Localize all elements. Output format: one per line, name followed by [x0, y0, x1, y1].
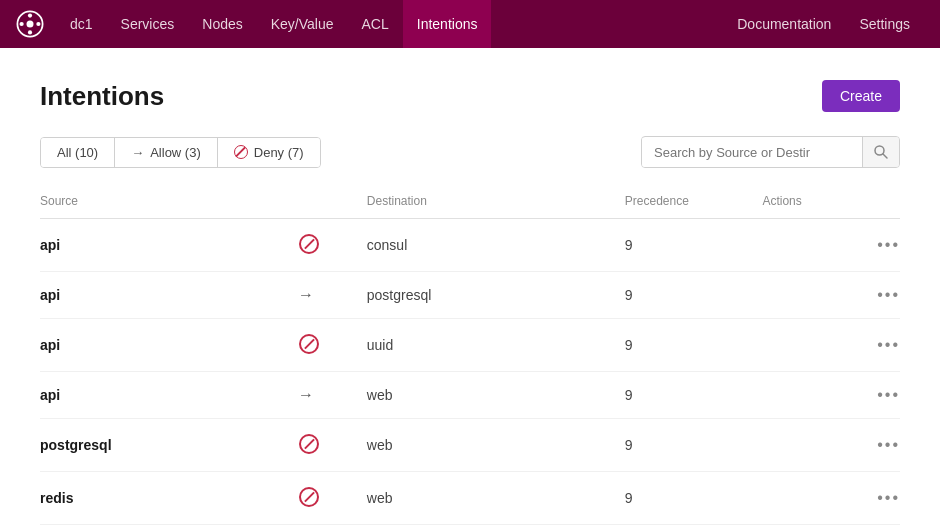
nav-nodes[interactable]: Nodes: [188, 0, 256, 48]
table-row: api→postgresql9•••: [40, 272, 900, 319]
destination-name-text: uuid: [367, 337, 393, 353]
cell-precedence: 9: [625, 319, 763, 372]
deny-filter-icon: [234, 145, 248, 159]
search-button[interactable]: [862, 137, 899, 167]
actions-menu-button[interactable]: •••: [877, 386, 900, 403]
filter-buttons: All (10) → Allow (3) Deny (7): [40, 137, 321, 168]
destination-name-text: postgresql: [367, 287, 432, 303]
filters-row: All (10) → Allow (3) Deny (7): [40, 136, 900, 168]
navbar-right: Documentation Settings: [723, 0, 924, 48]
cell-destination: api: [367, 525, 625, 529]
cell-precedence: 9: [625, 472, 763, 525]
cell-precedence: 9: [625, 219, 763, 272]
svg-point-4: [20, 22, 24, 26]
table-body: apiconsul9•••api→postgresql9•••apiuuid9•…: [40, 219, 900, 529]
col-header-actions: Actions: [762, 188, 900, 219]
nav-settings[interactable]: Settings: [845, 0, 924, 48]
page-header: Intentions Create: [40, 80, 900, 112]
cell-source: api: [40, 372, 298, 419]
filter-allow[interactable]: → Allow (3): [115, 138, 218, 167]
col-header-source: Source: [40, 188, 298, 219]
cell-destination: postgresql: [367, 272, 625, 319]
create-button[interactable]: Create: [822, 80, 900, 112]
consul-logo: [16, 10, 44, 38]
precedence-value: 9: [625, 337, 633, 353]
destination-name-text: consul: [367, 237, 407, 253]
cell-actions: •••: [762, 219, 900, 272]
filter-deny-label: Deny (7): [254, 145, 304, 160]
deny-icon: [298, 333, 320, 355]
nav-dc1[interactable]: dc1: [56, 0, 107, 48]
cell-source: api: [40, 319, 298, 372]
svg-point-1: [27, 21, 34, 28]
destination-name-text: web: [367, 387, 393, 403]
source-name-text: redis: [40, 490, 73, 506]
actions-menu-button[interactable]: •••: [877, 489, 900, 506]
cell-precedence: 9: [625, 272, 763, 319]
source-name-text: api: [40, 387, 60, 403]
cell-type-icon: [298, 472, 367, 525]
destination-name-text: web: [367, 437, 393, 453]
nav-acl[interactable]: ACL: [348, 0, 403, 48]
cell-precedence: 9: [625, 372, 763, 419]
cell-type-icon: →: [298, 272, 367, 319]
main-content: Intentions Create All (10) → Allow (3) D…: [0, 48, 940, 528]
cell-type-icon: [298, 219, 367, 272]
filter-deny[interactable]: Deny (7): [218, 138, 320, 167]
svg-line-7: [883, 154, 887, 158]
precedence-value: 9: [625, 237, 633, 253]
cell-actions: •••: [762, 472, 900, 525]
cell-source: postgresql: [40, 419, 298, 472]
filter-all[interactable]: All (10): [41, 138, 115, 167]
intentions-table: Source Destination Precedence Actions ap…: [40, 188, 900, 528]
table-row: postgresqlweb9•••: [40, 419, 900, 472]
table-row: web→api9•••: [40, 525, 900, 529]
destination-name-text: web: [367, 490, 393, 506]
actions-menu-button[interactable]: •••: [877, 286, 900, 303]
col-header-type: [298, 188, 367, 219]
nav-intentions[interactable]: Intentions: [403, 0, 492, 48]
nav-keyvalue[interactable]: Key/Value: [257, 0, 348, 48]
precedence-value: 9: [625, 437, 633, 453]
deny-icon: [298, 433, 320, 455]
cell-type-icon: [298, 319, 367, 372]
svg-point-5: [36, 22, 40, 26]
allow-icon: →: [298, 286, 314, 304]
source-name-text: api: [40, 337, 60, 353]
table-row: apiconsul9•••: [40, 219, 900, 272]
cell-actions: •••: [762, 419, 900, 472]
cell-actions: •••: [762, 319, 900, 372]
table-row: api→web9•••: [40, 372, 900, 419]
precedence-value: 9: [625, 287, 633, 303]
actions-menu-button[interactable]: •••: [877, 436, 900, 453]
cell-source: redis: [40, 472, 298, 525]
cell-destination: web: [367, 472, 625, 525]
source-name-text: api: [40, 237, 60, 253]
cell-precedence: 9: [625, 525, 763, 529]
table-row: redisweb9•••: [40, 472, 900, 525]
actions-menu-button[interactable]: •••: [877, 236, 900, 253]
cell-source: api: [40, 219, 298, 272]
search-area: [641, 136, 900, 168]
search-icon: [873, 144, 889, 160]
cell-actions: •••: [762, 272, 900, 319]
svg-point-3: [28, 30, 32, 34]
allow-arrow-icon: →: [131, 145, 144, 160]
cell-source: web: [40, 525, 298, 529]
search-input[interactable]: [642, 138, 862, 167]
cell-type-icon: [298, 419, 367, 472]
nav-documentation[interactable]: Documentation: [723, 0, 845, 48]
col-header-destination: Destination: [367, 188, 625, 219]
cell-actions: •••: [762, 525, 900, 529]
col-header-precedence: Precedence: [625, 188, 763, 219]
cell-precedence: 9: [625, 419, 763, 472]
actions-menu-button[interactable]: •••: [877, 336, 900, 353]
cell-destination: web: [367, 419, 625, 472]
table-row: apiuuid9•••: [40, 319, 900, 372]
table-head: Source Destination Precedence Actions: [40, 188, 900, 219]
nav-services[interactable]: Services: [107, 0, 189, 48]
navbar: dc1 Services Nodes Key/Value ACL Intenti…: [0, 0, 940, 48]
allow-icon: →: [298, 386, 314, 404]
filter-allow-label: Allow (3): [150, 145, 201, 160]
precedence-value: 9: [625, 490, 633, 506]
